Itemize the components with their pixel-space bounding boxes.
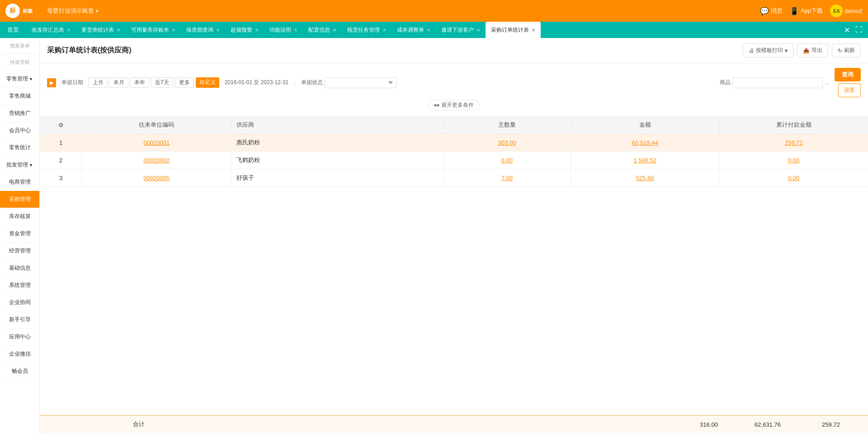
sidebar-item-marketing[interactable]: 营销推广 bbox=[0, 105, 39, 122]
tab-close-icon[interactable]: ✕ bbox=[382, 28, 386, 33]
tab-func-desc[interactable]: 功能说明 ✕ bbox=[264, 22, 303, 38]
settings-button[interactable]: 设置 bbox=[838, 83, 861, 97]
tab-close-icon[interactable]: ✕ bbox=[427, 28, 430, 33]
print-label: 按模板打印 bbox=[756, 47, 783, 54]
sidebar-item-system-mgmt[interactable]: 系统管理 bbox=[0, 277, 39, 294]
sidebar-item-operations[interactable]: 经营管理 bbox=[0, 243, 39, 260]
enterprise-collab-label: 企业协同 bbox=[9, 299, 31, 305]
amount-link-0[interactable]: 60,519.44 bbox=[632, 139, 658, 146]
paid-link-2[interactable]: 0.00 bbox=[788, 175, 799, 181]
code-link-1[interactable]: 00020002 bbox=[143, 157, 170, 164]
tab-close-icon[interactable]: ✕ bbox=[172, 28, 175, 33]
tab-expiry[interactable]: 保质期查询 ✕ bbox=[181, 22, 225, 38]
tab-invite-downstream[interactable]: 邀请下游客户 ✕ bbox=[436, 22, 486, 38]
th-code-label: 往来单位编码 bbox=[139, 121, 174, 128]
code-link-2[interactable]: 00020005 bbox=[143, 175, 170, 181]
table-header-row: ⚙ 往来单位编码 供应商 主数量 金额 bbox=[40, 116, 868, 134]
goods-more-icon[interactable]: ... bbox=[825, 80, 829, 86]
tab-avail-stock[interactable]: 可用量库存账本 ✕ bbox=[126, 22, 181, 38]
tab-active-close-icon[interactable]: ✕ bbox=[532, 28, 535, 33]
sidebar-item-inventory[interactable]: 库存核算 bbox=[0, 208, 39, 225]
th-setting[interactable]: ⚙ bbox=[40, 116, 82, 134]
table-row: 3 00020005 好孩子 7.00 525.80 0.00 bbox=[40, 169, 868, 187]
tab-config-info[interactable]: 配置信息 ✕ bbox=[303, 22, 342, 38]
paid-link-0[interactable]: 259.72 bbox=[785, 139, 803, 146]
sidebar-item-enterprise-collab[interactable]: 企业协同 bbox=[0, 294, 39, 311]
qty-link-2[interactable]: 7.00 bbox=[501, 175, 513, 181]
tab-close-icon[interactable]: ✕ bbox=[255, 28, 259, 33]
export-button[interactable]: 📤 导出 bbox=[797, 43, 828, 57]
sidebar-item-member-center[interactable]: 会员中心 bbox=[0, 122, 39, 139]
btn-more-date[interactable]: 更多 bbox=[175, 77, 194, 88]
print-button[interactable]: 🖨 按模板打印 ▾ bbox=[743, 43, 793, 57]
amount-link-1[interactable]: 1,586.52 bbox=[633, 157, 656, 164]
btn-this-year[interactable]: 本年 bbox=[130, 77, 149, 88]
sidebar-item-nav[interactable]: 快捷导航 bbox=[0, 54, 39, 71]
user-action[interactable]: EA demo2 bbox=[830, 5, 863, 17]
sidebar-item-basic-info[interactable]: 基础信息 bbox=[0, 260, 39, 277]
sidebar-item-purchase-mgmt[interactable]: 采购管理 bbox=[0, 191, 39, 208]
sidebar-item-wholesale-mgmt[interactable]: 批发管理 ▼ bbox=[0, 157, 39, 174]
goods-input[interactable] bbox=[732, 77, 823, 88]
td-amount-2: 525.80 bbox=[571, 169, 719, 187]
tab-close-icon[interactable]: ✕ bbox=[216, 28, 220, 33]
goods-filter-wrap: 商品 ... bbox=[720, 77, 829, 88]
workspace-arrow-icon: ▾ bbox=[96, 8, 99, 14]
filter-toggle[interactable]: ▶ bbox=[47, 78, 56, 87]
td-seq-1: 2 bbox=[40, 152, 82, 169]
tab-close-icon[interactable]: ✕ bbox=[117, 28, 120, 33]
sidebar-search[interactable]: 搜索菜单 bbox=[0, 38, 39, 54]
maximize-icon[interactable]: ⛶ bbox=[854, 24, 864, 36]
tab-order-stat[interactable]: 要货单统计表 ✕ bbox=[76, 22, 126, 38]
td-seq-2: 3 bbox=[40, 169, 82, 187]
sidebar-item-app-center[interactable]: 应用中心 bbox=[0, 328, 39, 346]
th-supplier: 供应商 bbox=[231, 116, 443, 134]
app-download-action[interactable]: 📱 App下载 bbox=[790, 7, 823, 15]
btn-last-7-days[interactable]: 近7天 bbox=[151, 77, 173, 88]
qty-link-1[interactable]: 6.00 bbox=[501, 157, 513, 164]
sidebar-item-enterprise-wechat[interactable]: 企业微信 bbox=[0, 346, 39, 363]
tab-avail-stock-label: 可用量库存账本 bbox=[131, 26, 169, 34]
sidebar-item-ecommerce[interactable]: 电商管理 bbox=[0, 174, 39, 191]
sidebar-item-members[interactable]: 畅会员 bbox=[0, 363, 39, 380]
search-button[interactable]: 查询 bbox=[835, 68, 861, 81]
tab-overstock-label: 超储预警 bbox=[231, 26, 252, 34]
tab-close-icon[interactable]: ✕ bbox=[67, 28, 71, 33]
workspace-selector[interactable]: 母婴行业演示账套 ▾ bbox=[47, 7, 760, 15]
tab-close-icon[interactable]: ✕ bbox=[294, 28, 297, 33]
refresh-button[interactable]: ↻ 刷新 bbox=[832, 43, 861, 57]
user-avatar: EA bbox=[830, 5, 843, 17]
tab-purchase-stat[interactable]: 采购订单统计表 ✕ bbox=[486, 22, 541, 38]
tab-close-icon[interactable]: ✕ bbox=[476, 28, 480, 33]
date-custom-badge[interactable]: 自定义 bbox=[196, 77, 219, 88]
btn-this-month[interactable]: 本月 bbox=[109, 77, 128, 88]
chevron-down-icon: ▼ bbox=[29, 163, 33, 167]
sidebar-item-new-guide[interactable]: 新手引导 bbox=[0, 311, 39, 328]
system-mgmt-label: 系统管理 bbox=[9, 282, 31, 288]
tab-home[interactable]: 首页 bbox=[0, 22, 26, 38]
tab-receive-send[interactable]: 收发存汇总表 ✕ bbox=[26, 22, 76, 38]
nav-label: 快捷导航 bbox=[10, 59, 30, 65]
tab-pick-task[interactable]: 拣货任务管理 ✕ bbox=[342, 22, 392, 38]
status-select[interactable] bbox=[325, 77, 397, 88]
sidebar-item-retail-shop[interactable]: 零售商城 bbox=[0, 88, 39, 105]
retail-shop-label: 零售商城 bbox=[9, 93, 31, 99]
tab-close-icon[interactable]: ✕ bbox=[333, 28, 336, 33]
sidebar-item-finance[interactable]: 资金管理 bbox=[0, 225, 39, 243]
paid-link-1[interactable]: 0.00 bbox=[788, 157, 799, 164]
qty-link-0[interactable]: 303.00 bbox=[498, 139, 516, 146]
tab-order-stat-label: 要货单统计表 bbox=[81, 26, 114, 34]
code-link-0[interactable]: 00020001 bbox=[143, 139, 170, 146]
amount-link-2[interactable]: 525.80 bbox=[636, 175, 654, 181]
table-body: 1 00020001 惠氏奶粉 303.00 60,519.44 259.72 … bbox=[40, 134, 868, 187]
sidebar-item-retail-stat[interactable]: 零售统计 bbox=[0, 139, 39, 157]
operations-label: 经营管理 bbox=[9, 247, 31, 254]
message-action[interactable]: 💬 消息 bbox=[760, 7, 783, 15]
sidebar-item-retail-mgmt[interactable]: 零售管理 ▼ bbox=[0, 71, 39, 88]
status-filter-wrap: 单据状态 bbox=[301, 77, 397, 88]
btn-last-month[interactable]: 上月 bbox=[89, 77, 108, 88]
tab-cost-adj[interactable]: 成本调整单 ✕ bbox=[392, 22, 436, 38]
expand-button[interactable]: ▾▾ 展开更多条件 bbox=[428, 100, 480, 110]
tab-overstock[interactable]: 超储预警 ✕ bbox=[225, 22, 264, 38]
close-all-tabs-icon[interactable]: ✕ bbox=[842, 24, 852, 36]
